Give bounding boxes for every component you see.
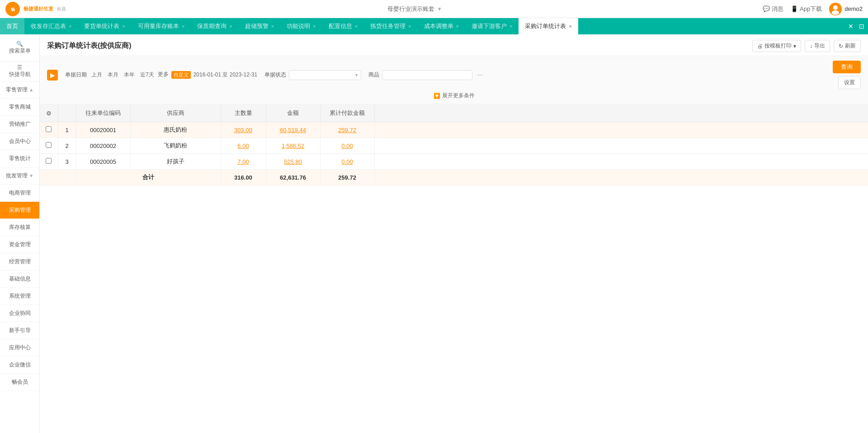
goods-filter-input[interactable] [382,70,472,80]
tab-jianhuo[interactable]: 拣货任务管理 × [364,18,417,34]
logo-area: 畅 畅捷通好生意 标题 [5,2,66,16]
settings-button[interactable]: 设置 [838,76,861,89]
row1-checkbox[interactable] [40,122,58,138]
tab-keyongliang[interactable]: 可用量库存账本 × [132,18,191,34]
th-paid: 累计付款金额 [320,105,374,122]
tab-yaoqing[interactable]: 邀请下游客户 × [465,18,519,34]
workspace-selector[interactable]: 母婴行业演示账套 ▾ [387,5,441,13]
custom-date-badge[interactable]: 自定义 [171,71,191,79]
template-print-button[interactable]: 🖨 按模板打印 ▾ [752,40,801,52]
sidebar-item-ecommerce[interactable]: 电商管理 [0,185,39,202]
app-download-button[interactable]: 📱 App下载 [791,5,822,13]
logo-subtext: 标题 [57,6,66,12]
tab-chengben[interactable]: 成本调整单 × [418,18,465,34]
goods-more-icon[interactable]: ··· [477,71,483,79]
close-tab-keyongliang[interactable]: × [182,24,184,29]
sidebar-item-wholesale[interactable]: 批发管理 ▼ [0,167,39,185]
sidebar-item-newguide[interactable]: 新手引导 [0,322,39,339]
tab-baozhiqi[interactable]: 保质期查询 × [191,18,238,34]
page-header: 采购订单统计表(按供应商) 🖨 按模板打印 ▾ ↓ 导出 ↻ 刷新 [40,34,868,56]
th-num [58,105,76,122]
sidebar-search-section: 🔍 搜索菜单 [0,34,39,62]
status-filter-group: 单据状态 [264,70,361,80]
close-tab-jianhuo[interactable]: × [408,24,411,29]
sidebar-search-button[interactable]: 🔍 搜索菜单 [3,38,37,57]
close-tab-baozhiqi[interactable]: × [229,24,232,29]
filter-toggle-button[interactable]: ▶ [47,70,58,81]
sidebar-item-retail-stats[interactable]: 零售统计 [0,150,39,167]
sidebar-item-marketing[interactable]: 营销推广 [0,116,39,133]
row1-num: 1 [58,122,76,138]
row1-code: 00020001 [76,122,130,138]
gear-settings-icon[interactable]: ⚙ [46,110,52,117]
enterprise-label: 企业协同 [9,310,31,316]
sidebar-item-finance[interactable]: 资金管理 [0,236,39,253]
date-shortcuts: 上月 本月 本年 近7天 更多 [90,71,169,79]
sidebar-item-enterprise[interactable]: 企业协同 [0,305,39,322]
tab-yaohuo[interactable]: 要货单统计表 × [78,18,131,34]
sidebar-item-wechat[interactable]: 企业微信 [0,357,39,374]
export-button[interactable]: ↓ 导出 [805,40,830,52]
th-checkbox: ⚙ [40,105,58,122]
data-table: ⚙ 往来单位编码 供应商 主数量 金额 累计付款金额 1 [40,105,868,186]
row2-qty: 6.00 [221,138,266,154]
shortcut-this-month[interactable]: 本月 [106,71,120,79]
row3-checkbox[interactable] [40,154,58,170]
filter-row-1: ▶ 单据日期 上月 本月 本年 近7天 更多 自定义 2016-01-01 至 [47,61,861,89]
refresh-button[interactable]: ↻ 刷新 [834,40,861,52]
expand-more-icon: 🔽 [434,93,440,99]
refresh-icon: ↻ [839,43,843,49]
tab-chaochu[interactable]: 超储预警 × [239,18,280,34]
wholesale-label: 批发管理 [6,172,28,179]
inventory-label: 库存核算 [9,224,31,230]
row1-amount: 60,519.44 [266,122,320,138]
template-dropdown-arrow[interactable]: ▾ [793,43,796,49]
close-tab-shoufacun[interactable]: × [69,24,71,29]
query-button[interactable]: 查询 [833,61,861,73]
close-tab-caigou[interactable]: × [569,24,571,29]
sidebar-item-inventory[interactable]: 库存核算 [0,219,39,236]
tab-home[interactable]: 首页 [0,18,24,34]
row3-supplier: 好孩子 [130,154,221,170]
sidebar-item-member-center[interactable]: 会员中心 [0,133,39,150]
finance-label: 资金管理 [9,241,31,247]
sidebar-item-system[interactable]: 系统管理 [0,288,39,305]
sidebar-item-retail-management[interactable]: 零售管理 ▲ [0,81,39,99]
th-amount: 金额 [266,105,320,122]
shortcut-more[interactable]: 更多 [158,71,169,79]
sidebar-item-member[interactable]: 畅会员 [0,374,39,391]
sidebar-item-basic-info[interactable]: 基础信息 [0,271,39,288]
workspace-dropdown-arrow[interactable]: ▾ [438,5,441,12]
close-tab-chengben[interactable]: × [456,24,459,29]
close-tab-gongneng[interactable]: × [313,24,316,29]
sidebar-item-operations[interactable]: 经营管理 [0,253,39,271]
status-select[interactable] [289,70,361,80]
close-tab-yaohuo[interactable]: × [122,24,125,29]
shortcut-last-month[interactable]: 上月 [90,71,104,79]
close-all-icon[interactable]: ✕ [848,23,854,30]
sidebar-item-purchase[interactable]: 采购管理 [0,202,39,219]
table-area: ⚙ 往来单位编码 供应商 主数量 金额 累计付款金额 1 [40,105,868,433]
shortcut-7-days[interactable]: 近7天 [138,71,156,79]
sidebar-item-appcenter[interactable]: 应用中心 [0,339,39,357]
ecommerce-label: 电商管理 [9,190,31,196]
close-tab-chaochu[interactable]: × [271,24,274,29]
close-tab-yaoqing[interactable]: × [509,24,512,29]
sidebar-quicknav-button[interactable]: ☰ 快捷导航 [0,62,39,81]
avatar [829,3,842,15]
tab-peizhi[interactable]: 配置信息 × [322,18,364,34]
tab-caigou-active[interactable]: 采购订单统计表 × [519,18,578,34]
row2-checkbox[interactable] [40,138,58,154]
row1-supplier: 惠氏奶粉 [130,122,221,138]
shortcut-this-year[interactable]: 本年 [122,71,137,79]
message-button[interactable]: 💬 消息 [763,5,783,13]
sidebar-item-retail-shop[interactable]: 零售商城 [0,99,39,116]
expand-more-button[interactable]: 🔽 展开更多条件 [434,92,475,100]
svg-point-4 [832,10,839,15]
row1-qty: 303.00 [221,122,266,138]
expand-tabs-icon[interactable]: ⊡ [859,23,864,30]
user-profile[interactable]: demo2 [829,3,863,15]
close-tab-peizhi[interactable]: × [355,24,358,29]
tab-shoufacun[interactable]: 收发存汇总表 × [24,18,78,34]
tab-gongneng[interactable]: 功能说明 × [280,18,322,34]
